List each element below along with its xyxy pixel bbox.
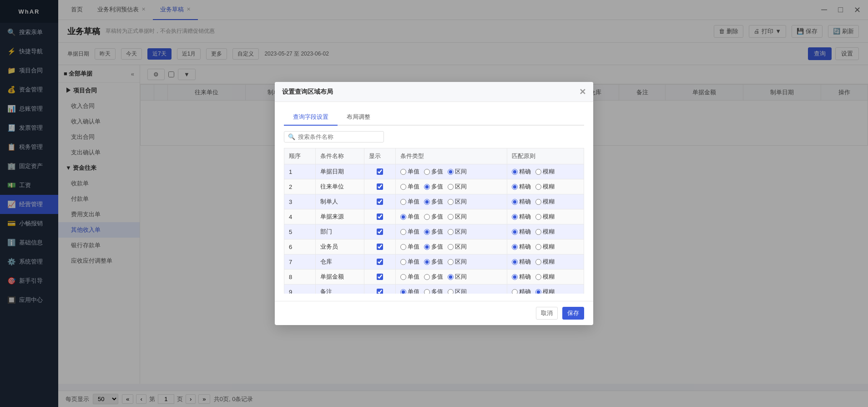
radio-multi-1[interactable]: 多值	[424, 168, 443, 176]
radio-exact-6[interactable]: 精确	[512, 243, 531, 251]
radio-range-2[interactable]: 区间	[448, 183, 467, 191]
table-row: 4 单据来源 单值 多值 区间	[284, 209, 584, 224]
radio-single-7[interactable]: 单值	[400, 258, 419, 266]
radio-multi-3[interactable]: 多值	[424, 198, 443, 206]
radio-fuzzy-2[interactable]: 模糊	[535, 183, 555, 191]
radio-single-4[interactable]: 单值	[400, 213, 419, 221]
cell-show	[364, 239, 396, 254]
radio-range-8[interactable]: 区间	[448, 273, 467, 281]
cell-type: 单值 多值 区间	[396, 285, 507, 294]
col-order: 顺序	[284, 148, 316, 164]
radio-range-7[interactable]: 区间	[448, 258, 467, 266]
modal-title: 设置查询区域布局	[282, 88, 333, 96]
cell-order: 2	[284, 179, 316, 194]
table-row: 1 单据日期 单值 多值 区间	[284, 164, 584, 179]
cell-show	[364, 270, 396, 285]
cell-order: 3	[284, 194, 316, 209]
search-icon: 🔍	[288, 133, 295, 140]
cell-name: 往来单位	[315, 179, 364, 194]
radio-fuzzy-9[interactable]: 模糊	[535, 288, 555, 294]
radio-exact-1[interactable]: 精确	[512, 168, 531, 176]
col-condition-type: 条件类型	[396, 148, 507, 164]
cell-name: 备注	[315, 285, 364, 294]
show-checkbox-6[interactable]	[377, 244, 383, 250]
radio-single-9[interactable]: 单值	[400, 288, 419, 294]
cell-show	[364, 285, 396, 294]
radio-range-6[interactable]: 区间	[448, 243, 467, 251]
cell-order: 6	[284, 239, 316, 254]
show-checkbox-4[interactable]	[377, 214, 383, 220]
radio-multi-6[interactable]: 多值	[424, 243, 443, 251]
show-checkbox-3[interactable]	[377, 198, 383, 205]
radio-multi-2[interactable]: 多值	[424, 183, 443, 191]
radio-fuzzy-1[interactable]: 模糊	[535, 168, 555, 176]
radio-multi-7[interactable]: 多值	[424, 258, 443, 266]
show-checkbox-2[interactable]	[377, 183, 383, 190]
radio-range-5[interactable]: 区间	[448, 228, 467, 236]
table-row: 3 制单人 单值 多值 区间	[284, 194, 584, 209]
show-checkbox-9[interactable]	[377, 289, 383, 294]
radio-exact-7[interactable]: 精确	[512, 258, 531, 266]
cell-show	[364, 224, 396, 239]
modal-overlay: 设置查询区域布局 ✕ 查询字段设置 布局调整 🔍	[0, 0, 868, 407]
show-checkbox-8[interactable]	[377, 274, 383, 280]
radio-fuzzy-8[interactable]: 模糊	[535, 273, 555, 281]
cell-type: 单值 多值 区间	[396, 270, 507, 285]
cell-show	[364, 194, 396, 209]
col-show: 显示	[364, 148, 396, 164]
cell-match: 精确 模糊	[507, 224, 584, 239]
radio-multi-4[interactable]: 多值	[424, 213, 443, 221]
radio-multi-8[interactable]: 多值	[424, 273, 443, 281]
radio-single-2[interactable]: 单值	[400, 183, 419, 191]
modal-footer: 取消 保存	[275, 301, 593, 325]
radio-range-9[interactable]: 区间	[448, 288, 467, 294]
radio-fuzzy-5[interactable]: 模糊	[535, 228, 555, 236]
cell-match: 精确 模糊	[507, 209, 584, 224]
radio-multi-9[interactable]: 多值	[424, 288, 443, 294]
radio-fuzzy-3[interactable]: 模糊	[535, 198, 555, 206]
cell-show	[364, 209, 396, 224]
settings-table: 顺序 条件名称 显示 条件类型 匹配原则 1 单据日期	[284, 148, 584, 294]
radio-exact-5[interactable]: 精确	[512, 228, 531, 236]
radio-range-1[interactable]: 区间	[448, 168, 467, 176]
radio-fuzzy-6[interactable]: 模糊	[535, 243, 555, 251]
radio-fuzzy-7[interactable]: 模糊	[535, 258, 555, 266]
cell-type: 单值 多值 区间	[396, 194, 507, 209]
cell-match: 精确 模糊	[507, 270, 584, 285]
radio-exact-9[interactable]: 精确	[512, 288, 531, 294]
radio-exact-4[interactable]: 精确	[512, 213, 531, 221]
cell-type: 单值 多值 区间	[396, 224, 507, 239]
radio-single-5[interactable]: 单值	[400, 228, 419, 236]
radio-single-1[interactable]: 单值	[400, 168, 419, 176]
radio-single-8[interactable]: 单值	[400, 273, 419, 281]
radio-range-4[interactable]: 区间	[448, 213, 467, 221]
radio-exact-3[interactable]: 精确	[512, 198, 531, 206]
radio-single-3[interactable]: 单值	[400, 198, 419, 206]
cell-name: 单据来源	[315, 209, 364, 224]
search-input[interactable]	[298, 133, 380, 140]
radio-exact-8[interactable]: 精确	[512, 273, 531, 281]
radio-multi-5[interactable]: 多值	[424, 228, 443, 236]
table-row: 2 往来单位 单值 多值 区间	[284, 179, 584, 194]
tab-layout-adjust[interactable]: 布局调整	[338, 109, 379, 126]
radio-range-3[interactable]: 区间	[448, 198, 467, 206]
tab-query-fields[interactable]: 查询字段设置	[284, 109, 338, 126]
table-row: 7 仓库 单值 多值 区间	[284, 254, 584, 270]
table-row: 9 备注 单值 多值 区间	[284, 285, 584, 294]
search-box: 🔍	[284, 131, 384, 142]
cell-order: 5	[284, 224, 316, 239]
cell-order: 8	[284, 270, 316, 285]
cell-name: 业务员	[315, 239, 364, 254]
cell-order: 4	[284, 209, 316, 224]
show-checkbox-7[interactable]	[377, 259, 383, 265]
show-checkbox-5[interactable]	[377, 229, 383, 235]
radio-single-6[interactable]: 单值	[400, 243, 419, 251]
modal-save-button[interactable]: 保存	[562, 307, 584, 320]
cell-name: 单据日期	[315, 164, 364, 179]
modal-close-button[interactable]: ✕	[579, 87, 586, 97]
cancel-button[interactable]: 取消	[536, 307, 558, 320]
radio-exact-2[interactable]: 精确	[512, 183, 531, 191]
show-checkbox-1[interactable]	[377, 168, 383, 175]
radio-fuzzy-4[interactable]: 模糊	[535, 213, 555, 221]
cell-match: 精确 模糊	[507, 179, 584, 194]
